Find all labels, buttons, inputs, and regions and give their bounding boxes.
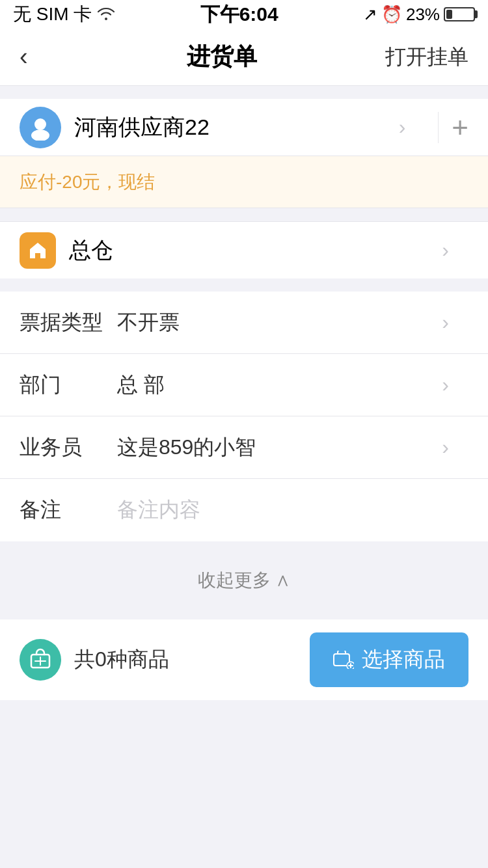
remark-row[interactable]: 备注 备注内容 bbox=[0, 479, 488, 541]
department-chevron-icon: › bbox=[442, 373, 449, 397]
warehouse-chevron-icon: › bbox=[442, 238, 449, 262]
select-product-button[interactable]: 选择商品 bbox=[310, 632, 468, 687]
supplier-section: 河南供应商22 › + 应付-20元，现结 bbox=[0, 99, 488, 208]
salesperson-chevron-icon: › bbox=[442, 435, 449, 459]
invoice-type-chevron-icon: › bbox=[442, 310, 449, 334]
form-section: 票据类型 不开票 › 部门 总 部 › 业务员 这是859的小智 › 备注 备注… bbox=[0, 292, 488, 541]
supplier-divider bbox=[438, 112, 439, 143]
svg-point-1 bbox=[31, 129, 49, 141]
warehouse-section[interactable]: 总仓 › bbox=[0, 221, 488, 278]
department-value: 总 部 bbox=[104, 371, 442, 400]
warehouse-row[interactable]: 总仓 › bbox=[0, 221, 488, 278]
status-time: 下午6:04 bbox=[200, 1, 278, 28]
add-supplier-button[interactable]: + bbox=[452, 111, 468, 144]
supplier-left: 河南供应商22 bbox=[20, 107, 399, 148]
supplier-name: 河南供应商22 bbox=[74, 113, 210, 142]
status-right: ↗ ⏰ 23% bbox=[363, 5, 475, 25]
select-product-label: 选择商品 bbox=[362, 645, 445, 674]
battery-icon bbox=[444, 7, 475, 21]
invoice-type-value: 不开票 bbox=[104, 308, 442, 337]
bottom-bar: 共0种商品 选择商品 bbox=[0, 619, 488, 700]
warehouse-name: 总仓 bbox=[69, 236, 442, 265]
product-count-label: 共0种商品 bbox=[74, 645, 297, 674]
salesperson-value: 这是859的小智 bbox=[104, 433, 442, 462]
salesperson-label: 业务员 bbox=[20, 433, 104, 462]
notice-banner: 应付-20元，现结 bbox=[0, 156, 488, 208]
status-bar: 无 SIM 卡 下午6:04 ↗ ⏰ 23% bbox=[0, 0, 488, 29]
warehouse-icon bbox=[20, 232, 56, 269]
nav-bar: ‹ 进货单 打开挂单 bbox=[0, 29, 488, 86]
svg-point-0 bbox=[34, 118, 46, 130]
department-row[interactable]: 部门 总 部 › bbox=[0, 354, 488, 416]
alarm-icon: ⏰ bbox=[381, 5, 402, 25]
collapse-button[interactable]: 收起更多 ∧ bbox=[0, 554, 488, 606]
remark-label: 备注 bbox=[20, 496, 104, 524]
supplier-avatar bbox=[20, 107, 61, 148]
page-title: 进货单 bbox=[187, 41, 257, 73]
invoice-type-label: 票据类型 bbox=[20, 308, 104, 337]
invoice-type-row[interactable]: 票据类型 不开票 › bbox=[0, 292, 488, 354]
main-content: 河南供应商22 › + 应付-20元，现结 总仓 › 票据类型 不开票 › bbox=[0, 99, 488, 868]
collapse-label: 收起更多 ∧ bbox=[198, 568, 291, 593]
notice-text: 应付-20元，现结 bbox=[20, 172, 155, 192]
status-left: 无 SIM 卡 bbox=[13, 2, 115, 27]
supplier-row[interactable]: 河南供应商22 › + bbox=[0, 99, 488, 156]
remark-input[interactable]: 备注内容 bbox=[104, 496, 468, 524]
location-icon: ↗ bbox=[363, 5, 377, 25]
gray-fill-area bbox=[0, 700, 488, 868]
product-icon bbox=[20, 639, 61, 681]
carrier-label: 无 SIM 卡 bbox=[13, 2, 92, 27]
wifi-icon bbox=[97, 4, 115, 25]
back-button[interactable]: ‹ bbox=[20, 43, 59, 71]
battery-percent: 23% bbox=[406, 5, 440, 25]
supplier-chevron-icon: › bbox=[399, 115, 406, 139]
open-pending-button[interactable]: 打开挂单 bbox=[385, 43, 468, 72]
department-label: 部门 bbox=[20, 371, 104, 400]
salesperson-row[interactable]: 业务员 这是859的小智 › bbox=[0, 416, 488, 479]
